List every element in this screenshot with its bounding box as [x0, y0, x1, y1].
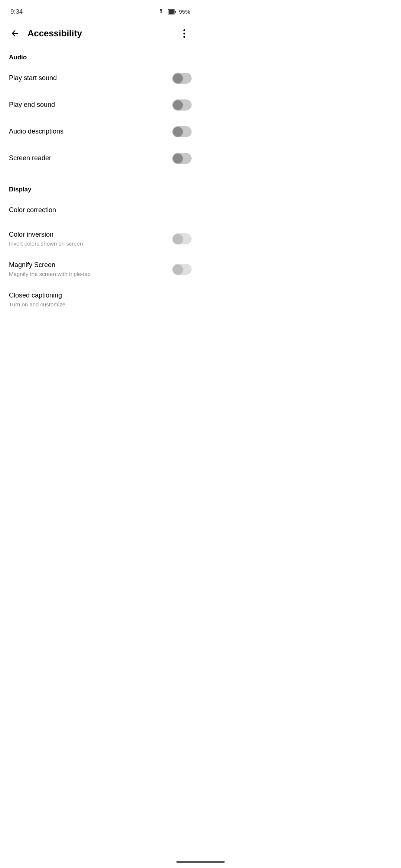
back-icon	[10, 29, 20, 38]
color-inversion-text: Color inversion Invert colors shown on s…	[9, 230, 172, 247]
wifi-icon	[157, 9, 165, 14]
magnify-screen-label: Magnify Screen	[9, 261, 166, 269]
back-button[interactable]	[6, 24, 24, 42]
play-end-sound-row[interactable]: Play end sound	[0, 92, 200, 118]
color-correction-row[interactable]: Color correction	[0, 197, 200, 224]
color-inversion-thumb	[173, 234, 183, 244]
magnify-screen-row[interactable]: Magnify Screen Magnify the screen with t…	[0, 254, 200, 285]
color-inversion-toggle[interactable]	[172, 233, 192, 244]
more-dot-3	[183, 36, 185, 38]
screen-reader-row[interactable]: Screen reader	[0, 145, 200, 172]
play-end-sound-toggle[interactable]	[172, 99, 192, 111]
screen-reader-text: Screen reader	[9, 154, 172, 162]
more-dot-2	[183, 33, 185, 34]
screen-reader-toggle[interactable]	[172, 153, 192, 164]
play-end-sound-text: Play end sound	[9, 101, 172, 109]
color-correction-text: Color correction	[9, 206, 192, 214]
audio-descriptions-label: Audio descriptions	[9, 127, 166, 136]
section-audio-header: Audio	[0, 46, 200, 65]
magnify-screen-thumb	[173, 264, 183, 274]
play-start-sound-label: Play start sound	[9, 74, 166, 82]
play-start-sound-thumb	[173, 73, 183, 83]
more-options-button[interactable]	[175, 24, 193, 42]
audio-descriptions-row[interactable]: Audio descriptions	[0, 118, 200, 145]
audio-descriptions-thumb	[173, 127, 183, 137]
status-time: 9:34	[10, 8, 23, 16]
closed-captioning-text: Closed captioning Turn on and customize	[9, 291, 192, 308]
magnify-screen-sublabel: Magnify the screen with triple-tap	[9, 270, 166, 278]
color-inversion-row[interactable]: Color inversion Invert colors shown on s…	[0, 224, 200, 254]
more-dot-1	[183, 29, 185, 31]
play-end-sound-label: Play end sound	[9, 101, 166, 109]
color-inversion-sublabel: Invert colors shown on screen	[9, 240, 166, 247]
play-start-sound-text: Play start sound	[9, 74, 172, 82]
screen-reader-thumb	[173, 154, 183, 163]
battery-percentage: 95%	[179, 9, 190, 15]
svg-rect-2	[169, 10, 174, 14]
app-bar: Accessibility	[0, 20, 200, 46]
screen-reader-label: Screen reader	[9, 154, 166, 162]
section-divider	[0, 172, 200, 178]
page-title: Accessibility	[27, 28, 175, 39]
play-start-sound-row[interactable]: Play start sound	[0, 65, 200, 92]
magnify-screen-text: Magnify Screen Magnify the screen with t…	[9, 261, 172, 278]
color-correction-label: Color correction	[9, 206, 186, 214]
battery-icon	[168, 9, 176, 14]
status-bar: 9:34 95%	[0, 0, 200, 20]
svg-rect-1	[175, 11, 176, 13]
play-end-sound-thumb	[173, 100, 183, 110]
audio-descriptions-text: Audio descriptions	[9, 127, 172, 136]
play-start-sound-toggle[interactable]	[172, 73, 192, 84]
status-icons: 95%	[157, 9, 190, 15]
audio-descriptions-toggle[interactable]	[172, 126, 192, 137]
color-inversion-label: Color inversion	[9, 230, 166, 239]
magnify-screen-toggle[interactable]	[172, 264, 192, 275]
closed-captioning-label: Closed captioning	[9, 291, 186, 300]
closed-captioning-sublabel: Turn on and customize	[9, 301, 186, 308]
section-display-header: Display	[0, 178, 200, 197]
closed-captioning-row[interactable]: Closed captioning Turn on and customize	[0, 285, 200, 315]
